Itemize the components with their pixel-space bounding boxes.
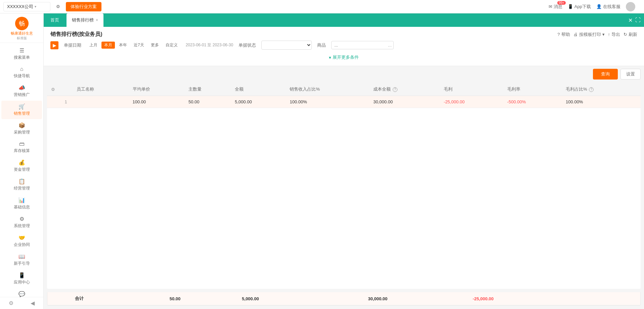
- message-icon: ✉: [549, 4, 552, 9]
- expand-chevron-icon: ▾: [329, 55, 331, 60]
- col-cost-amount: 成本全额 ?: [369, 83, 440, 96]
- sidebar-item-system[interactable]: ⚙ 系统管理: [1, 213, 42, 231]
- sidebar-item-search[interactable]: ☰ 搜索菜单: [1, 45, 42, 63]
- logo-area: 畅 畅康通好生意 标准版: [0, 13, 43, 43]
- print-label: 按模板打印: [579, 32, 601, 38]
- expand-row: ▾ 展开更多条件: [50, 52, 637, 63]
- table-setting-button[interactable]: 设置: [620, 69, 641, 80]
- row-sales-pct: 100.00%: [286, 96, 369, 108]
- message-button[interactable]: ✉ 消息 99+: [549, 4, 562, 10]
- trial-button[interactable]: 体验行业方案: [66, 2, 101, 11]
- settings-button[interactable]: ⚙: [53, 2, 63, 12]
- online-service-button[interactable]: 👤 在线客服: [596, 4, 620, 10]
- page-content: 销售排行榜(按业务员) ? 帮助 🖨 按模板打印 ▾ ↑: [44, 27, 644, 309]
- sidebar-item-finance[interactable]: 💰 资金管理: [1, 157, 42, 175]
- sidebar-item-purchase[interactable]: 📦 采购管理: [1, 119, 42, 138]
- tab-bar: 首页 销售排行榜 × ✕ ⛶: [44, 13, 644, 27]
- goods-input[interactable]: [331, 41, 394, 49]
- print-chevron: ▾: [602, 32, 605, 37]
- cost-amount-info-icon[interactable]: ?: [393, 87, 397, 92]
- sidebar-label-apps: 应用中心: [14, 279, 30, 285]
- footer-row: 合计 50.00 5,000.00 30,000.00 -25,000.00: [47, 292, 640, 305]
- sidebar-item-guide[interactable]: 📖 新手引导: [1, 251, 42, 269]
- refresh-button[interactable]: ↻ 刷新: [624, 32, 637, 38]
- date-custom[interactable]: 自定义: [163, 42, 180, 49]
- date-label: 单据日期: [64, 42, 81, 48]
- export-label: 导出: [611, 32, 620, 38]
- export-button[interactable]: ↑ 导出: [608, 32, 620, 38]
- window-maximize-button[interactable]: ⛶: [635, 17, 641, 23]
- tab-sales-ranking[interactable]: 销售排行榜 ×: [67, 13, 103, 27]
- help-button[interactable]: ? 帮助: [557, 32, 570, 38]
- expand-more-btn[interactable]: ▾ 展开更多条件: [329, 54, 359, 60]
- sidebar-item-marketing[interactable]: 📣 营销推广: [1, 82, 42, 100]
- footer-table: 合计 50.00 5,000.00 30,000.00 -25,000.00: [47, 292, 640, 305]
- row-gross-profit: -25,000.00: [440, 96, 503, 108]
- date-this-month[interactable]: 本月: [101, 42, 115, 49]
- table-header-row: ⚙ 员工名称 平均单价 主数量 全额 销售收入占比% 成本全额 ?: [47, 83, 641, 96]
- sidebar-label-nav: 快捷导航: [14, 73, 30, 79]
- sidebar-label-finance: 资金管理: [14, 167, 30, 172]
- expand-label: 展开更多条件: [333, 54, 359, 60]
- col-rank: [59, 83, 73, 96]
- sidebar-item-collab[interactable]: 🤝 企业协同: [1, 232, 42, 250]
- goods-more-icon: …: [388, 43, 392, 48]
- sidebar-bottom: ⚙ ◀: [0, 297, 43, 309]
- sidebar-settings-button[interactable]: ⚙: [9, 300, 13, 306]
- page-header: 销售排行榜(按业务员) ? 帮助 🖨 按模板打印 ▾ ↑: [44, 27, 644, 66]
- page-title-row: 销售排行榜(按业务员) ? 帮助 🖨 按模板打印 ▾ ↑: [50, 31, 637, 38]
- footer-empty-1: [47, 292, 57, 305]
- avatar[interactable]: [626, 2, 635, 11]
- table-footer: 合计 50.00 5,000.00 30,000.00 -25,000.00: [47, 292, 641, 306]
- date-last-month[interactable]: 上月: [87, 42, 100, 49]
- sidebar-item-operation[interactable]: 📋 经营管理: [1, 175, 42, 194]
- top-bar: XXXXXX公司 ▾ ⚙ 体验行业方案 ✉ 消息 99+ 📱 App下载 👤 在…: [0, 0, 644, 13]
- window-close-button[interactable]: ✕: [628, 17, 633, 23]
- footer-qty: 50.00: [166, 292, 238, 305]
- sidebar-item-nav[interactable]: ⌂ 快捷导航: [1, 63, 42, 82]
- inventory-icon: 🗃: [19, 141, 25, 147]
- sidebar: 畅 畅康通好生意 标准版 ☰ 搜索菜单 ⌂ 快捷导航 📣 营销推广 🛒 销售管理: [0, 13, 44, 309]
- table-action-row: 查询 设置: [44, 66, 644, 80]
- tab-bar-actions: ✕ ⛶: [628, 17, 644, 23]
- tab-close-icon[interactable]: ×: [96, 18, 98, 22]
- date-last-7days[interactable]: 近7天: [131, 42, 147, 49]
- query-button[interactable]: 查询: [593, 69, 618, 80]
- date-more[interactable]: 更多: [148, 42, 162, 49]
- sidebar-item-apps[interactable]: 📱 应用中心: [1, 269, 42, 288]
- col-avg-price: 平均单价: [129, 83, 185, 96]
- sidebar-item-sales[interactable]: 🛒 销售管理: [1, 101, 42, 119]
- search-menu-icon: ☰: [19, 47, 24, 54]
- export-icon: ↑: [608, 32, 610, 37]
- date-this-year[interactable]: 本年: [116, 42, 130, 49]
- filter-expand-arrow[interactable]: ▶: [50, 41, 58, 49]
- row-gross-pct: 100.00%: [562, 96, 641, 108]
- gross-pct-info-icon[interactable]: ?: [589, 87, 594, 92]
- tab-home[interactable]: 首页: [44, 13, 66, 27]
- sidebar-item-inventory[interactable]: 🗃 库存核算: [1, 138, 42, 156]
- print-button[interactable]: 🖨 按模板打印 ▾: [573, 32, 605, 38]
- sidebar-item-wechat[interactable]: 💬 企业微信: [1, 288, 42, 297]
- col-gross-profit: 毛利: [440, 83, 503, 96]
- content-area: 首页 销售排行榜 × ✕ ⛶ 销售排行榜(按业务员) ? 帮助: [44, 13, 644, 309]
- wechat-icon: 💬: [18, 291, 25, 297]
- date-filters: 上月 本月 本年 近7天 更多 自定义: [87, 42, 180, 49]
- col-gross-pct: 毛利占比% ?: [562, 83, 641, 96]
- footer-empty-2: [57, 292, 71, 305]
- logo-char: 畅: [19, 19, 25, 28]
- company-selector[interactable]: XXXXXX公司 ▾: [3, 2, 50, 11]
- column-settings-icon[interactable]: ⚙: [51, 87, 55, 92]
- app-download-button[interactable]: 📱 App下载: [568, 4, 591, 10]
- date-range: 2023-06-01 至 2023-06-30: [186, 42, 233, 48]
- data-table: ⚙ 员工名称 平均单价 主数量 全额 销售收入占比% 成本全额 ?: [47, 83, 641, 108]
- sidebar-collapse-button[interactable]: ◀: [31, 300, 35, 306]
- col-amount: 全额: [231, 83, 286, 96]
- footer-amount: 5,000.00: [238, 292, 333, 305]
- sidebar-item-basic[interactable]: 📊 基础信息: [1, 194, 42, 213]
- status-select[interactable]: [261, 41, 312, 50]
- main-layout: 畅 畅康通好生意 标准版 ☰ 搜索菜单 ⌂ 快捷导航 📣 营销推广 🛒 销售管理: [0, 13, 644, 309]
- page-title: 销售排行榜(按业务员): [50, 31, 102, 38]
- footer-label: 合计: [71, 292, 135, 305]
- sidebar-label-search: 搜索菜单: [14, 55, 30, 60]
- tab-label: 销售排行榜: [72, 17, 94, 23]
